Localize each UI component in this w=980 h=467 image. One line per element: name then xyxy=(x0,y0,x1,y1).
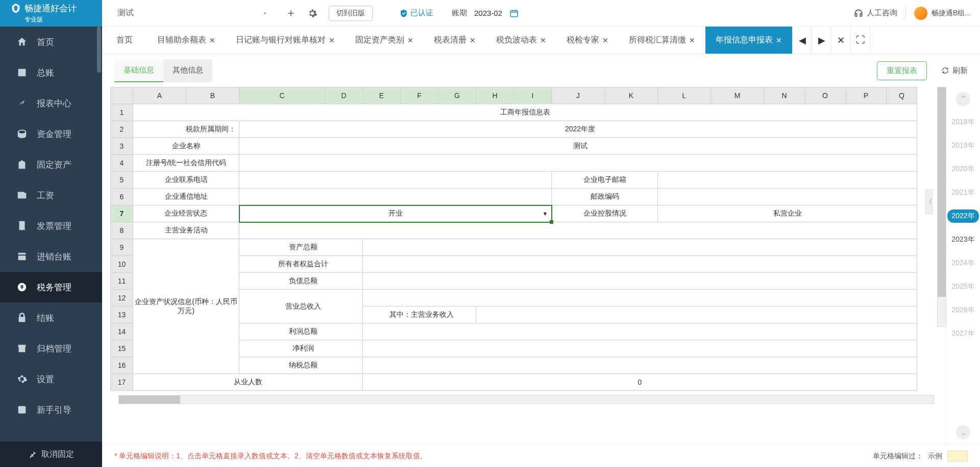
corner-cell[interactable] xyxy=(111,87,133,104)
year-option[interactable]: 2023年 xyxy=(947,233,978,246)
cell[interactable]: 纳税总额 xyxy=(239,357,363,374)
col-header[interactable]: J xyxy=(552,87,605,104)
close-icon[interactable]: ✕ xyxy=(407,36,413,44)
cell[interactable]: 测试 xyxy=(239,138,917,155)
cell[interactable]: 企业经营状态 xyxy=(133,205,239,222)
consult-button[interactable]: 人工咨询 xyxy=(853,8,897,18)
col-header[interactable]: K xyxy=(605,87,658,104)
vertical-scrollbar[interactable] xyxy=(937,87,946,327)
sidebar-item-assets[interactable]: 固定资产 xyxy=(0,149,102,180)
year-option[interactable]: 2021年 xyxy=(947,186,978,199)
cell[interactable]: 其中：主营业务收入 xyxy=(363,307,476,323)
sidebar-item-ledger[interactable]: 总账 xyxy=(0,57,102,88)
year-option[interactable]: 2020年 xyxy=(947,162,978,176)
row-header[interactable]: 11 xyxy=(111,273,133,290)
row-header[interactable]: 10 xyxy=(111,256,133,273)
cell[interactable]: 营业总收入 xyxy=(239,290,363,323)
col-header[interactable]: O xyxy=(805,87,846,104)
switch-old-button[interactable]: 切到旧版 xyxy=(329,6,373,21)
cell[interactable] xyxy=(476,307,917,323)
row-header[interactable]: 2 xyxy=(111,121,133,138)
cell[interactable]: 从业人数 xyxy=(133,374,363,391)
close-icon[interactable]: ✕ xyxy=(776,36,782,44)
sidebar-item-settings[interactable]: 设置 xyxy=(0,364,102,394)
sidebar-item-salary[interactable]: 工资 xyxy=(0,180,102,211)
sheet-title[interactable]: 工商年报信息表 xyxy=(133,104,917,121)
cell[interactable] xyxy=(363,323,917,340)
cell[interactable]: 企业控股情况 xyxy=(552,205,658,222)
tab-item[interactable]: 所得税汇算清缴✕ xyxy=(619,27,705,54)
row-header[interactable]: 8 xyxy=(111,222,133,239)
year-option[interactable]: 2027年 xyxy=(947,327,978,340)
row-header[interactable]: 4 xyxy=(111,155,133,172)
col-header[interactable]: P xyxy=(846,87,887,104)
scrollbar-thumb[interactable] xyxy=(938,87,946,297)
row-header[interactable]: 1 xyxy=(111,104,133,121)
sidebar-item-closing[interactable]: 结账 xyxy=(0,302,102,333)
cell[interactable] xyxy=(239,172,552,189)
plus-icon[interactable] xyxy=(286,8,296,18)
cell[interactable]: 所有者权益合计 xyxy=(239,256,363,273)
cell[interactable] xyxy=(363,357,917,374)
sidebar-item-reports[interactable]: 报表中心 xyxy=(0,88,102,119)
cell[interactable]: 企业名称 xyxy=(133,138,239,155)
close-icon[interactable]: ✕ xyxy=(540,36,546,44)
cell[interactable] xyxy=(363,290,917,307)
col-header[interactable]: I xyxy=(514,87,552,104)
cell[interactable]: 2022年度 xyxy=(239,121,917,138)
col-header[interactable]: D xyxy=(325,87,363,104)
tab-item-active[interactable]: 年报信息申报表✕ xyxy=(705,27,792,54)
row-header[interactable]: 6 xyxy=(111,189,133,205)
collapse-handle[interactable]: 《 xyxy=(925,189,933,215)
col-header[interactable]: A xyxy=(133,87,186,104)
horizontal-scrollbar[interactable] xyxy=(118,395,934,404)
selected-cell-dropdown[interactable]: 开业▼ xyxy=(239,205,552,222)
cell[interactable]: 0 xyxy=(363,374,917,391)
cell-section[interactable]: 企业资产状况信息(币种：人民币万元) xyxy=(133,239,239,374)
sidebar-item-invoice[interactable]: 发票管理 xyxy=(0,211,102,241)
cell[interactable] xyxy=(239,222,917,239)
cell[interactable]: 邮政编码 xyxy=(552,189,658,205)
cell[interactable]: 私营企业 xyxy=(658,205,917,222)
cell[interactable] xyxy=(239,155,917,172)
tab-item[interactable]: 日记账与银行对账单核对✕ xyxy=(226,27,345,54)
cell[interactable] xyxy=(658,189,917,205)
cell[interactable]: 税款所属期间： xyxy=(133,121,239,138)
calendar-icon[interactable] xyxy=(509,9,519,18)
tab-home[interactable]: 首页 xyxy=(102,27,147,54)
tab-item[interactable]: 固定资产类别✕ xyxy=(345,27,424,54)
year-option[interactable]: 2022年 xyxy=(947,209,978,223)
row-header[interactable]: 9 xyxy=(111,239,133,256)
tab-item[interactable]: 税表清册✕ xyxy=(424,27,486,54)
year-up-button[interactable]: ⌃ xyxy=(956,92,970,106)
chevron-down-icon[interactable]: ▼ xyxy=(543,211,548,217)
sidebar-item-inventory[interactable]: 进销台账 xyxy=(0,241,102,272)
row-header[interactable]: 17 xyxy=(111,374,133,391)
close-icon[interactable]: ✕ xyxy=(329,36,335,44)
unpin-button[interactable]: 取消固定 xyxy=(0,441,102,467)
row-header[interactable]: 12 xyxy=(111,290,133,307)
sidebar-item-guide[interactable]: 新手引导 xyxy=(0,394,102,425)
row-header[interactable]: 5 xyxy=(111,172,133,189)
col-header[interactable]: F xyxy=(401,87,438,104)
col-header[interactable]: C xyxy=(239,87,325,104)
cell[interactable]: 企业通信地址 xyxy=(133,189,239,205)
cell[interactable]: 资产总额 xyxy=(239,239,363,256)
cell[interactable]: 主营业务活动 xyxy=(133,222,239,239)
year-option[interactable]: 2019年 xyxy=(947,139,978,152)
col-header[interactable]: G xyxy=(438,87,476,104)
reset-report-button[interactable]: 重置报表 xyxy=(877,61,927,80)
tab-item[interactable]: 目辅助余额表✕ xyxy=(147,27,226,54)
sidebar-item-archive[interactable]: 归档管理 xyxy=(0,333,102,364)
cell[interactable]: 企业电子邮箱 xyxy=(552,172,658,189)
tabs-prev-button[interactable]: ◀ xyxy=(793,27,812,54)
scrollbar-thumb[interactable] xyxy=(119,395,180,404)
col-header[interactable]: B xyxy=(186,87,239,104)
tab-item[interactable]: 税检专家✕ xyxy=(556,27,619,54)
row-header[interactable]: 7 xyxy=(111,205,133,222)
sidebar-item-funds[interactable]: 资金管理 xyxy=(0,119,102,149)
cell[interactable] xyxy=(363,340,917,357)
year-option[interactable]: 2024年 xyxy=(947,256,978,270)
year-option[interactable]: 2026年 xyxy=(947,303,978,317)
user-menu[interactable]: 畅捷通B组... xyxy=(914,7,971,20)
